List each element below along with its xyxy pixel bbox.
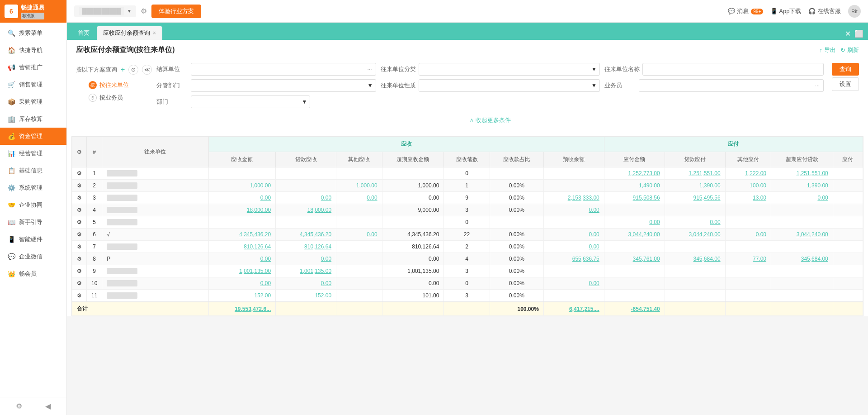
salesman-dots: ··· [815,82,820,89]
sidebar-item-purchase[interactable]: 📦 采购管理 [0,93,66,110]
unit-name-label: 往来单位名称 [604,65,640,73]
filter-nav-by-unit[interactable]: 按 按往来单位 [85,79,152,91]
unit-nature-select[interactable]: ▼ [419,79,600,92]
service-icon: 🎧 [808,8,816,14]
sidebar-item-quicknav[interactable]: 🏠 快捷导航 [0,42,66,59]
topbar-settings-icon[interactable]: ⚙ [141,7,147,15]
sidebar-label-search: 搜索菜单 [19,29,42,37]
page-header: 应收应付余额查询(按往来单位) ↑ 导出 ↻ 刷新 [67,40,868,58]
filter-label: 按以下方案查询 [76,66,117,74]
unit-category-select[interactable]: ▼ [419,63,600,76]
wechat-icon: 💬 [7,253,15,261]
col-ap-amount: 应付金额 [604,152,665,167]
sidebar-item-inventory[interactable]: 🏢 库存核算 [0,110,66,128]
sidebar-label-wechat: 企业微信 [19,253,42,261]
sidebar-item-basic[interactable]: 📋 基础信息 [0,162,66,179]
col-ap-tail: 应付 [833,152,863,167]
sidebar-item-capital[interactable]: 💰 资金管理 [0,128,66,145]
messages-item[interactable]: 💬 消息 99+ [728,7,763,15]
unit-name-cell: ████████ [102,192,208,204]
window-expand-btn[interactable]: ⬜ [854,29,863,38]
online-service-item[interactable]: 🎧 在线客服 [808,7,841,15]
app-label: App下载 [779,8,801,14]
top-bar-right: 💬 消息 99+ 📱 App下载 🎧 在线客服 Rit [728,5,861,18]
tab-ar-ap-query[interactable]: 应收应付余额查询 × [97,26,162,40]
query-button[interactable]: 查询 [832,63,859,76]
company-selector[interactable]: ██████████ ▼ [74,5,136,17]
total-ar-amount[interactable]: 19,553,472.6... [208,302,276,316]
dept-select[interactable]: ▼ [191,79,376,92]
home-icon: 🏠 [7,46,15,54]
sidebar-item-hardware[interactable]: 📱 智能硬件 [0,231,66,248]
filter-area: 按以下方案查询 + ⊙ ≪ 按 按往来单位 [67,58,868,131]
filter-row-1: 结算单位 ··· 往来单位分类 ▼ [156,63,824,76]
table-row: ⚙2████████1,000.001,000.001,000.0010.00%… [72,180,863,192]
sidebar-nav: 🔍 搜索菜单 🏠 快捷导航 📢 营销推广 🛒 销售管理 📦 采购管理 🏢 [0,23,66,397]
collapse-button[interactable]: ∧ 收起更多条件 [467,114,513,126]
inventory-icon: 🏢 [7,115,15,123]
page-content: 应收应付余额查询(按往来单位) ↑ 导出 ↻ 刷新 [67,40,868,316]
unit-name-cell: ████████ [102,290,208,302]
tab-home[interactable]: 首页 [71,26,96,40]
refresh-button[interactable]: ↻ 刷新 [840,46,859,54]
total-prepaid[interactable]: 6,417,215.... [543,302,604,316]
enterprise-icon: 🤝 [7,201,15,209]
trial-button[interactable]: 体验行业方案 [151,5,201,18]
sidebar-item-operation[interactable]: 📊 经营管理 [0,145,66,162]
total-ap-amount[interactable]: -654,751.40 [604,302,665,316]
app-icon: 📱 [770,8,778,14]
sidebar-item-wechat[interactable]: 💬 企业微信 [0,248,66,265]
table-row: ⚙5████████00.000.00 [72,216,863,229]
salesman-input[interactable]: ··· [639,79,824,92]
sidebar-label-system: 系统管理 [19,184,42,192]
sidebar-item-marketing[interactable]: 📢 营销推广 [0,59,66,76]
company-name: ██████████ [79,7,124,15]
sidebar-item-member[interactable]: 👑 畅会员 [0,265,66,282]
app-download-item[interactable]: 📱 App下载 [770,7,801,15]
salesman-label: 业务员 [604,81,636,90]
data-table: ⚙ # 往来单位 应收 应付 应收金额 贷款应收 其他应收 超期应收金额 [72,136,863,316]
col-unit-name-header: 往来单位 [102,137,208,167]
col-ar-other: 其他应收 [336,152,382,167]
filter-field-dept: 分管部门 ▼ [156,79,376,92]
col-ar-count: 应收笔数 [444,152,490,167]
col-ap-overdue-loan: 超期应付贷款 [771,152,833,167]
sidebar-item-enterprise[interactable]: 🤝 企业协同 [0,196,66,214]
export-icon: ↑ [820,47,823,53]
col-group-ar-header: 应收 [208,137,604,152]
window-close-btn[interactable]: ✕ [845,29,851,38]
footer-collapse-btn[interactable]: ◀ [45,402,51,410]
footer-settings-btn[interactable]: ⚙ [16,402,22,410]
total-ar-count [444,302,490,316]
filter-add-button[interactable]: + [121,66,125,74]
sidebar-item-search[interactable]: 🔍 搜索菜单 [0,24,66,42]
filter-settings-button[interactable]: 设置 [832,77,859,91]
sidebar-item-sales[interactable]: 🛒 销售管理 [0,76,66,93]
logo-name: 畅捷通易 [21,4,44,12]
sidebar-item-system[interactable]: ⚙️ 系统管理 [0,179,66,196]
department-select[interactable]: ▼ [191,95,310,108]
sidebar-item-guide[interactable]: 📖 新手引导 [0,214,66,231]
tab-close-btn[interactable]: × [153,30,156,36]
export-button[interactable]: ↑ 导出 [820,46,836,54]
settlement-label: 结算单位 [156,65,188,73]
filter-scheme-btn2[interactable]: ≪ [142,65,152,75]
sidebar-label-hardware: 智能硬件 [19,235,42,243]
col-prepaid: 预收余额 [543,152,604,167]
marketing-icon: 📢 [7,63,15,72]
table-row: ⚙1████████01,252,773.001,251,551.001,222… [72,167,863,180]
unit-name-input[interactable] [642,63,824,76]
filter-scheme-btn1[interactable]: ⊙ [128,65,138,75]
user-avatar[interactable]: Rit [848,5,861,18]
filter-field-unit-nature: 往来单位性质 ▼ [381,79,600,92]
filter-field-salesman: 业务员 ··· [604,79,824,92]
settlement-input[interactable]: ··· [191,63,376,76]
header-actions: ↑ 导出 ↻ 刷新 [820,46,859,54]
filter-nav-by-salesman[interactable]: ⏱ 按业务员 [85,92,152,104]
unit-name-cell: ████████ [102,204,208,216]
nav-salesman-label: 按业务员 [99,94,123,102]
total-ar-overdue [382,302,444,316]
filter-field-unit-name: 往来单位名称 [604,63,824,76]
sidebar-label-quicknav: 快捷导航 [19,46,42,54]
table-row: ⚙6√4,345,436.204,345,436.200.004,345,436… [72,229,863,241]
